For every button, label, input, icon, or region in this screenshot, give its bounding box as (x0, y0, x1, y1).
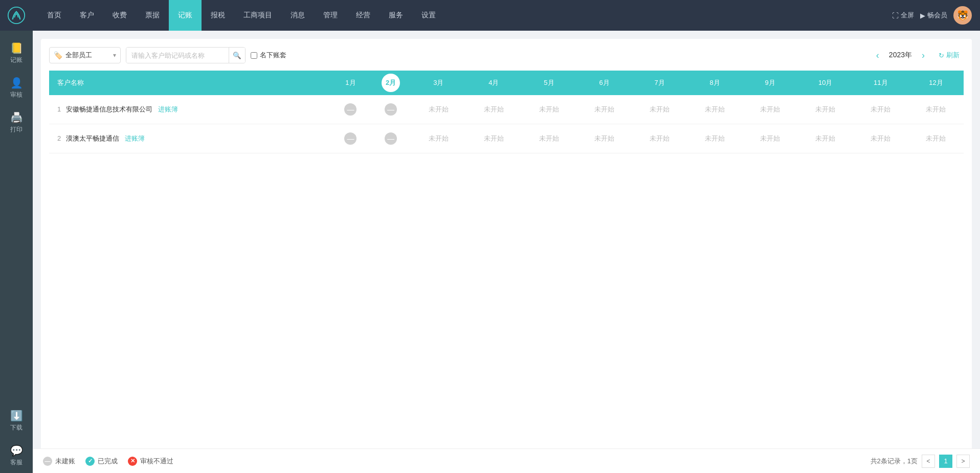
employee-tag-icon: 🏷️ (54, 51, 62, 59)
row2-month9: 未开始 (743, 124, 798, 153)
year-label: 2023年 (889, 51, 912, 60)
row1-month1: — (330, 95, 371, 124)
next-page-button[interactable]: > (956, 455, 970, 468)
bookkeeping-icon: 📒 (10, 42, 23, 54)
sidebar-item-download[interactable]: ⬇️ 下载 (0, 403, 33, 438)
th-month-7: 7月 (632, 71, 687, 95)
row1-month6: 未开始 (576, 95, 632, 124)
sidebar-item-bookkeeping[interactable]: 📒 记账 (0, 36, 33, 71)
refresh-button[interactable]: ↻ 刷新 (934, 49, 964, 62)
refresh-label: 刷新 (946, 51, 960, 60)
nav-settings[interactable]: 设置 (412, 0, 445, 31)
sidebar-item-audit-label: 审核 (10, 91, 23, 99)
prev-page-button[interactable]: < (922, 455, 935, 468)
table-header: 客户名称 1月 2月 3月 4月 5月 6月 (49, 71, 964, 95)
nav-bookkeeping[interactable]: 记账 (169, 0, 202, 31)
status-dash-icon: — (344, 103, 357, 116)
next-year-button[interactable]: › (917, 49, 929, 61)
nav-home[interactable]: 首页 (38, 0, 71, 31)
legend-not-created-label: 未建账 (55, 457, 75, 466)
pagination: 共2条记录，1页 < 1 > (871, 455, 970, 468)
main-content: 🏷️ 全部员工 ▾ 🔍 名下账套 ‹ 2023年 › ↻ 刷新 (33, 31, 980, 473)
download-icon: ⬇️ (10, 410, 23, 422)
bookkeeping-table: 客户名称 1月 2月 3月 4月 5月 6月 (49, 71, 964, 153)
sidebar-item-audit[interactable]: 👤 审核 (0, 71, 33, 105)
status-dash-icon: — (385, 103, 397, 116)
nav-business[interactable]: 工商项目 (234, 0, 281, 31)
row2-month10: 未开始 (798, 124, 853, 153)
legend-gray-dot: — (43, 457, 52, 466)
nav-operation[interactable]: 经营 (347, 0, 380, 31)
vip-button[interactable]: ▶ 畅会员 (920, 11, 947, 20)
fullscreen-button[interactable]: ⛶ 全屏 (892, 11, 914, 20)
enter-link-1[interactable]: 进账簿 (158, 105, 178, 113)
th-month-10: 10月 (798, 71, 853, 95)
row-index-1: 1 (57, 105, 61, 113)
row-index-2: 2 (57, 134, 61, 142)
search-input[interactable] (126, 48, 229, 63)
row1-month8: 未开始 (687, 95, 743, 124)
legend-rejected-label: 审核不通过 (140, 457, 173, 466)
user-avatar[interactable]: 🐯 (953, 6, 972, 25)
nav-invoice[interactable]: 票据 (136, 0, 169, 31)
table-container: 客户名称 1月 2月 3月 4月 5月 6月 (49, 71, 964, 153)
table-body: 1 安徽畅捷通信息技术有限公司 进账簿 — — 未开始 未开始 未开始 (49, 95, 964, 153)
nav-fee[interactable]: 收费 (103, 0, 136, 31)
table-row: 1 安徽畅捷通信息技术有限公司 进账簿 — — 未开始 未开始 未开始 (49, 95, 964, 124)
support-icon: 💬 (10, 444, 23, 457)
legend-teal-dot: ✓ (85, 457, 95, 466)
enter-link-2[interactable]: 进账簿 (125, 134, 145, 142)
row2-month6: 未开始 (576, 124, 632, 153)
employee-select[interactable]: 🏷️ 全部员工 ▾ (49, 47, 121, 63)
legend-rejected: ✕ 审核不通过 (128, 457, 173, 466)
my-account-checkbox-label[interactable]: 名下账套 (251, 51, 286, 60)
row2-month8: 未开始 (687, 124, 743, 153)
top-nav-right: ⛶ 全屏 ▶ 畅会员 🐯 (892, 6, 980, 25)
th-month-6: 6月 (576, 71, 632, 95)
row1-month12: 未开始 (908, 95, 964, 124)
nav-client[interactable]: 客户 (71, 0, 103, 31)
svg-point-0 (8, 7, 25, 24)
row2-month11: 未开始 (853, 124, 908, 153)
sidebar-item-support[interactable]: 💬 客服 (0, 438, 33, 473)
legend-completed: ✓ 已完成 (85, 457, 118, 466)
nav-message[interactable]: 消息 (281, 0, 314, 31)
audit-icon: 👤 (10, 77, 23, 89)
year-navigation: ‹ 2023年 › (872, 49, 929, 61)
row2-month5: 未开始 (521, 124, 576, 153)
table-row: 2 漠澳太平畅捷通信 进账簿 — — 未开始 未开始 未开始 (49, 124, 964, 153)
legend-not-created: — 未建账 (43, 457, 75, 466)
toolbar: 🏷️ 全部员工 ▾ 🔍 名下账套 ‹ 2023年 › ↻ 刷新 (49, 47, 964, 63)
print-icon: 🖨️ (10, 111, 23, 124)
prev-year-button[interactable]: ‹ (872, 49, 884, 61)
search-icon: 🔍 (233, 52, 241, 59)
th-month-12: 12月 (908, 71, 964, 95)
row1-month2: — (371, 95, 411, 124)
row2-month7: 未开始 (632, 124, 687, 153)
client-cell-2: 2 漠澳太平畅捷通信 进账簿 (49, 124, 330, 153)
row2-month2: — (371, 124, 411, 153)
top-navigation: 首页 客户 收费 票据 记账 报税 工商项目 消息 管理 经营 服务 设置 ⛶ … (0, 0, 980, 31)
sidebar-item-print[interactable]: 🖨️ 打印 (0, 105, 33, 140)
sidebar-item-bookkeeping-label: 记账 (10, 56, 23, 64)
row1-month11: 未开始 (853, 95, 908, 124)
logo-svg (7, 6, 26, 25)
nav-manage[interactable]: 管理 (314, 0, 347, 31)
th-client-name: 客户名称 (49, 71, 330, 95)
nav-tax[interactable]: 报税 (202, 0, 234, 31)
legend-red-dot: ✕ (128, 457, 137, 466)
client-name-2: 漠澳太平畅捷通信 (66, 134, 119, 142)
legend: — 未建账 ✓ 已完成 ✕ 审核不通过 (43, 457, 173, 466)
th-month-8: 8月 (687, 71, 743, 95)
search-button[interactable]: 🔍 (229, 47, 245, 63)
th-month-3: 3月 (411, 71, 466, 95)
current-month-circle: 2月 (382, 74, 400, 92)
refresh-icon: ↻ (939, 52, 944, 59)
client-name-1: 安徽畅捷通信息技术有限公司 (66, 105, 152, 113)
my-account-checkbox[interactable] (251, 52, 257, 59)
search-box: 🔍 (126, 47, 246, 63)
fullscreen-label: 全屏 (901, 11, 914, 20)
current-page: 1 (939, 455, 952, 468)
chevron-down-icon: ▾ (113, 52, 116, 59)
nav-service[interactable]: 服务 (380, 0, 412, 31)
